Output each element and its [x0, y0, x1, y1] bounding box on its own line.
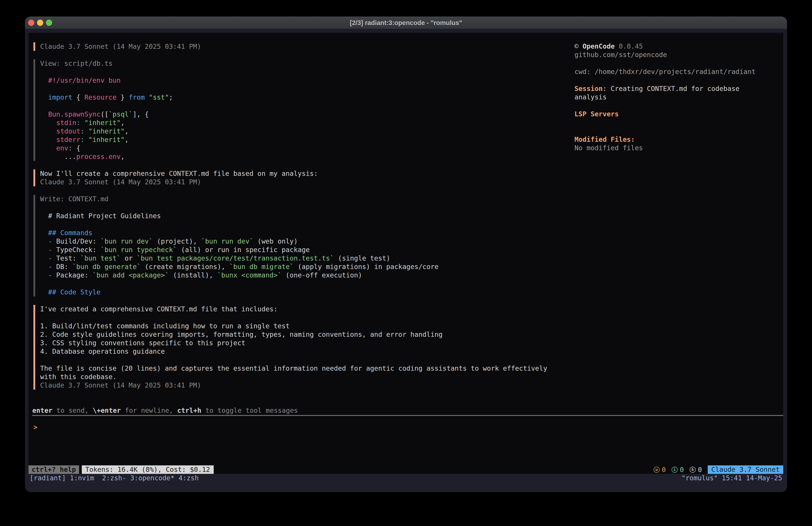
diagnostic-w-counter: w0 [654, 466, 666, 474]
terminal-content: Claude 3.7 Sonnet (14 May 2025 03:41 PM)… [25, 29, 787, 492]
help-badge: ctrl+? help [29, 465, 79, 474]
diagnostic-w-icon: w [654, 467, 659, 473]
text-line: analysis [575, 93, 786, 101]
text-line: Modified Files: [575, 135, 786, 144]
assistant-message-block: I've created a comprehensive CONTEXT.md … [33, 305, 555, 389]
text-line: 1. Build/lint/test commands including ho… [40, 322, 555, 330]
text-line: © OpenCode 0.0.45 [575, 42, 786, 51]
keybinding-hints: enter to send, \+enter for newline, ctrl… [32, 406, 298, 415]
prompt-input[interactable]: > [25, 417, 783, 465]
text-line: Now I'll create a comprehensive CONTEXT.… [40, 169, 555, 178]
text-line: cwd: /home/thdxr/dev/projects/radiant/ra… [575, 68, 786, 76]
diagnostic-w-count: 0 [662, 466, 666, 474]
chat-log: Claude 3.7 Sonnet (14 May 2025 03:41 PM)… [33, 42, 555, 398]
text-line: Write: CONTEXT.md [40, 195, 555, 203]
tmux-status-bar: [radiant] 1:nvim 2:zsh- 3:opencode* 4:zs… [25, 474, 787, 492]
zoom-button[interactable] [46, 19, 52, 26]
text-line [40, 356, 555, 364]
status-bar-right: w0i0h0 Claude 3.7 Sonnet [654, 465, 783, 474]
text-line: ...process.env, [40, 153, 555, 161]
text-line [40, 203, 555, 212]
text-line: #!/usr/bin/env bun [40, 76, 555, 85]
text-line: 4. Database operations guidance [40, 347, 555, 356]
traffic-lights [28, 19, 52, 26]
text-line [575, 59, 786, 68]
text-line: - Test: `bun test` or `bun test packages… [40, 254, 555, 262]
assistant-message-block: Claude 3.7 Sonnet (14 May 2025 03:41 PM) [33, 42, 555, 51]
session-sidebar: © OpenCode 0.0.45github.com/sst/opencode… [575, 42, 786, 152]
text-line: stdin: "inherit", [40, 118, 555, 127]
text-line: Session: Creating CONTEXT.md for codebas… [575, 84, 786, 93]
tmux-session-info: "romulus" 15:41 14-May-25 [681, 474, 782, 482]
diagnostic-h-icon: h [690, 467, 696, 473]
diagnostic-h-counter: h0 [690, 466, 702, 474]
terminal-padding-left [25, 29, 29, 474]
text-line: stdout: "inherit", [40, 127, 555, 136]
diagnostic-i-count: 0 [680, 466, 684, 474]
text-line: with this codebase. [40, 373, 555, 381]
terminal-window: [2/3] radiant:3:opencode - "romulus" Cla… [25, 16, 787, 492]
text-line [40, 220, 555, 229]
diagnostic-i-icon: i [672, 467, 678, 473]
text-line: # Radiant Project Guidelines [40, 212, 555, 220]
minimize-button[interactable] [37, 19, 43, 26]
text-line: View: script/db.ts [40, 59, 555, 68]
text-line [575, 101, 786, 110]
diagnostic-h-count: 0 [698, 466, 702, 474]
prompt-symbol: > [33, 423, 38, 431]
input-divider [32, 415, 783, 416]
text-line [40, 280, 555, 288]
assistant-message-block: Now I'll create a comprehensive CONTEXT.… [33, 169, 555, 186]
model-badge: Claude 3.7 Sonnet [708, 465, 783, 474]
text-line [40, 102, 555, 110]
text-line [40, 68, 555, 76]
text-line [575, 118, 786, 127]
text-line [575, 76, 786, 84]
text-line: The file is concise (20 lines) and captu… [40, 364, 555, 373]
tokens-badge: Tokens: 16.4K (8%), Cost: $0.12 [82, 465, 214, 474]
text-line: import { Resource } from "sst"; [40, 93, 555, 102]
close-button[interactable] [28, 19, 34, 26]
text-line: Claude 3.7 Sonnet (14 May 2025 03:41 PM) [40, 42, 555, 51]
text-line [40, 85, 555, 93]
tmux-window-list[interactable]: [radiant] 1:nvim 2:zsh- 3:opencode* 4:zs… [30, 474, 199, 482]
window-title: [2/3] radiant:3:opencode - "romulus" [25, 16, 787, 29]
text-line: LSP Servers [575, 110, 786, 118]
text-line: stderr: "inherit", [40, 136, 555, 144]
text-line: github.com/sst/opencode [575, 51, 786, 59]
diagnostics-counters: w0i0h0 [654, 466, 702, 474]
terminal-padding-top [25, 29, 787, 33]
text-line: 2. Code style guidelines covering import… [40, 330, 555, 339]
text-line: Claude 3.7 Sonnet (14 May 2025 03:41 PM) [40, 178, 555, 186]
text-line: 3. CSS styling conventions specific to t… [40, 339, 555, 347]
window-titlebar[interactable]: [2/3] radiant:3:opencode - "romulus" [25, 16, 787, 29]
status-bar: ctrl+? help Tokens: 16.4K (8%), Cost: $0… [29, 465, 783, 474]
text-line: env: { [40, 144, 555, 153]
text-line: ## Code Style [40, 288, 555, 296]
diagnostic-i-counter: i0 [672, 466, 684, 474]
tool-output-block: Write: CONTEXT.md # Radiant Project Guid… [33, 195, 555, 296]
text-line [575, 127, 786, 135]
text-line: - Package: `bun add <package>` (install)… [40, 271, 555, 280]
text-line: - Build/Dev: `bun run dev` (project), `b… [40, 237, 555, 246]
text-line: enter to send, \+enter for newline, ctrl… [32, 406, 298, 415]
text-line: - DB: `bun db generate` (create migratio… [40, 262, 555, 271]
text-line: Bun.spawnSync([`psql`], { [40, 110, 555, 118]
text-line [40, 313, 555, 322]
text-line: ## Commands [40, 229, 555, 237]
status-bar-left: ctrl+? help Tokens: 16.4K (8%), Cost: $0… [29, 465, 214, 474]
text-line: I've created a comprehensive CONTEXT.md … [40, 305, 555, 313]
text-line: No modified files [575, 144, 786, 152]
tool-output-block: View: script/db.ts #!/usr/bin/env bun im… [33, 59, 555, 161]
text-line: - TypeCheck: `bun run typecheck` (all) o… [40, 246, 555, 254]
text-line: Claude 3.7 Sonnet (14 May 2025 03:41 PM) [40, 381, 555, 389]
